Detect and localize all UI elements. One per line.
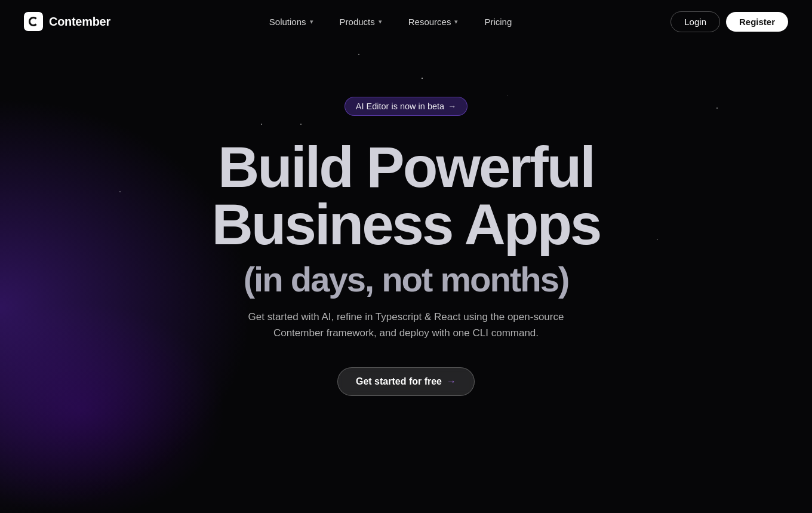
register-button[interactable]: Register: [726, 12, 788, 32]
cta-arrow-icon: →: [447, 376, 456, 387]
hero-section: AI Editor is now in beta → Build Powerfu…: [0, 43, 812, 396]
resources-chevron-icon: ▾: [454, 18, 458, 26]
badge-text: AI Editor is now in beta: [356, 102, 444, 111]
hero-title: Build Powerful Business Apps: [212, 139, 601, 253]
badge-arrow-icon: →: [448, 102, 456, 111]
brand-logo[interactable]: Contember: [24, 12, 110, 31]
nav-products[interactable]: Products ▾: [329, 12, 393, 32]
navbar: Contember Solutions ▾ Products ▾ Resourc…: [0, 0, 812, 43]
logo-icon: [24, 12, 43, 31]
cta-label: Get started for free: [356, 376, 442, 387]
nav-solutions[interactable]: Solutions ▾: [259, 12, 324, 32]
brand-name: Contember: [49, 15, 110, 29]
nav-links: Solutions ▾ Products ▾ Resources ▾ Prici…: [259, 12, 522, 32]
login-button[interactable]: Login: [670, 11, 720, 32]
hero-title-line2: Business Apps: [212, 192, 601, 256]
svg-rect-0: [24, 12, 43, 31]
hero-title-line1: Build Powerful: [218, 135, 594, 199]
solutions-chevron-icon: ▾: [310, 18, 313, 26]
nav-actions: Login Register: [670, 11, 788, 32]
nav-resources[interactable]: Resources ▾: [398, 12, 469, 32]
nav-pricing[interactable]: Pricing: [473, 12, 522, 32]
products-chevron-icon: ▾: [379, 18, 382, 26]
hero-subtitle: (in days, not months): [244, 259, 568, 299]
ai-editor-badge[interactable]: AI Editor is now in beta →: [345, 97, 467, 116]
get-started-button[interactable]: Get started for free →: [337, 367, 475, 396]
hero-description: Get started with AI, refine in Typescrip…: [233, 309, 579, 341]
